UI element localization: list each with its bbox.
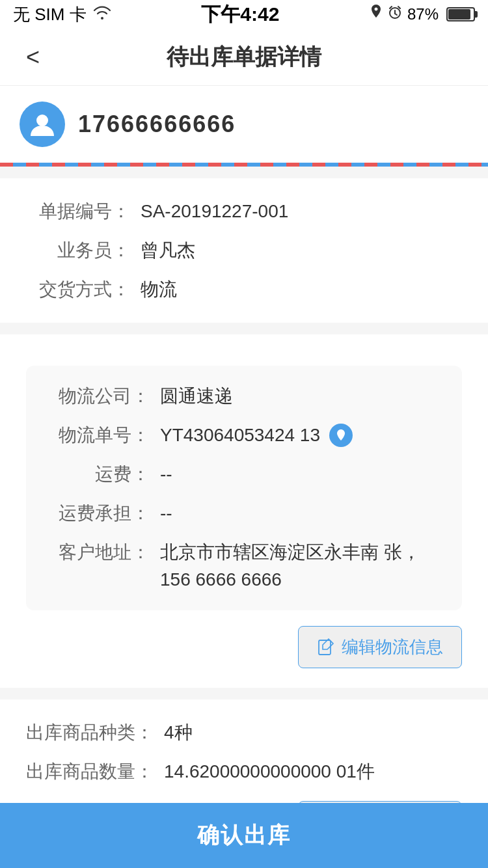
dashed-divider bbox=[0, 163, 488, 167]
tracking-number-value: YT43064053424 13 bbox=[160, 422, 442, 449]
address-value: 北京市市辖区海淀区永丰南 张，156 6666 6666 bbox=[160, 539, 442, 593]
battery-percent: 87% bbox=[407, 5, 439, 23]
freight-bearer-row: 运费承担： -- bbox=[46, 500, 442, 527]
edit-btn-row: 编辑物流信息 bbox=[26, 626, 462, 668]
document-number-row: 单据编号： SA-20191227-001 bbox=[26, 198, 462, 225]
edit-logistics-button[interactable]: 编辑物流信息 bbox=[298, 626, 462, 668]
wifi-icon bbox=[93, 5, 111, 23]
user-phone: 17666666666 bbox=[78, 111, 236, 138]
avatar bbox=[20, 102, 65, 147]
freight-row: 运费： -- bbox=[46, 461, 442, 488]
delivery-method-label: 交货方式： bbox=[26, 276, 130, 303]
goods-type-value: 4种 bbox=[164, 719, 462, 746]
freight-bearer-value: -- bbox=[160, 500, 442, 527]
location-status-icon bbox=[370, 5, 383, 24]
carrier-text: 无 SIM 卡 bbox=[13, 3, 87, 26]
sales-person-label: 业务员： bbox=[26, 237, 130, 264]
address-row: 客户地址： 北京市市辖区海淀区永丰南 张，156 6666 6666 bbox=[46, 539, 442, 593]
battery-icon bbox=[446, 7, 475, 21]
time-display: 下午4:42 bbox=[201, 1, 279, 28]
status-left: 无 SIM 卡 bbox=[13, 3, 111, 26]
goods-type-label: 出库商品种类： bbox=[26, 719, 154, 746]
svg-line-4 bbox=[398, 7, 400, 8]
goods-quantity-label: 出库商品数量： bbox=[26, 758, 154, 785]
tracking-number-label: 物流单号： bbox=[46, 422, 150, 449]
tracking-location-icon[interactable] bbox=[329, 424, 353, 447]
delivery-method-row: 交货方式： 物流 bbox=[26, 276, 462, 303]
logistics-company-value: 圆通速递 bbox=[160, 383, 442, 410]
back-button[interactable]: < bbox=[20, 37, 46, 77]
alarm-icon bbox=[388, 5, 402, 23]
logistics-company-row: 物流公司： 圆通速递 bbox=[46, 383, 442, 410]
svg-line-3 bbox=[390, 7, 392, 8]
status-right: 87% bbox=[370, 5, 475, 24]
document-number-value: SA-20191227-001 bbox=[141, 198, 462, 225]
status-bar: 无 SIM 卡 下午4:42 87% bbox=[0, 0, 488, 29]
svg-point-5 bbox=[36, 115, 48, 126]
confirm-button[interactable]: 确认出库 bbox=[197, 821, 291, 850]
user-header: 17666666666 bbox=[0, 86, 488, 163]
freight-label: 运费： bbox=[46, 461, 150, 488]
page-title: 待出库单据详情 bbox=[167, 42, 321, 72]
address-label: 客户地址： bbox=[46, 539, 150, 566]
tracking-number-row: 物流单号： YT43064053424 13 bbox=[46, 422, 442, 449]
sales-person-value: 曾凡杰 bbox=[141, 237, 462, 264]
svg-line-2 bbox=[395, 14, 397, 15]
freight-value: -- bbox=[160, 461, 442, 488]
bottom-bar: 确认出库 bbox=[0, 803, 488, 868]
sales-person-row: 业务员： 曾凡杰 bbox=[26, 237, 462, 264]
nav-bar: < 待出库单据详情 bbox=[0, 29, 488, 86]
document-number-label: 单据编号： bbox=[26, 198, 130, 225]
freight-bearer-label: 运费承担： bbox=[46, 500, 150, 527]
delivery-method-value: 物流 bbox=[141, 276, 462, 303]
goods-type-row: 出库商品种类： 4种 bbox=[26, 719, 462, 746]
goods-quantity-value: 14.62000000000000 01件 bbox=[164, 758, 462, 785]
logistics-company-label: 物流公司： bbox=[46, 383, 150, 410]
logistics-card: 物流公司： 圆通速递 物流单号： YT43064053424 13 运费： bbox=[26, 366, 462, 610]
basic-info-section: 单据编号： SA-20191227-001 业务员： 曾凡杰 交货方式： 物流 bbox=[0, 178, 488, 323]
goods-quantity-row: 出库商品数量： 14.62000000000000 01件 bbox=[26, 758, 462, 785]
logistics-section: 物流公司： 圆通速递 物流单号： YT43064053424 13 运费： bbox=[0, 334, 488, 688]
